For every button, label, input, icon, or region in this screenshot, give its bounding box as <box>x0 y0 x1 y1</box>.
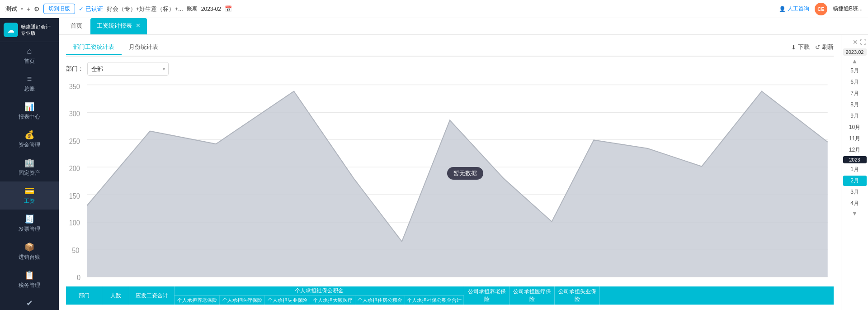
home-icon: ⌂ <box>27 47 32 56</box>
svg-text:300: 300 <box>69 110 80 118</box>
year-label[interactable]: 2023.02 <box>843 48 867 56</box>
sub-tab-monthly[interactable]: 月份统计表 <box>122 40 165 55</box>
sidebar-item-label: 税务管理 <box>19 281 40 289</box>
add-icon[interactable]: + <box>27 5 30 13</box>
sidebar-item-label: 发票管理 <box>19 225 40 233</box>
year-2023-label: 2023 <box>843 156 867 163</box>
month-11[interactable]: 11月 <box>843 134 867 144</box>
main-panel: 部门工资统计表 月份统计表 ⬇ 下载 ↺ 刷新 <box>59 35 841 310</box>
tab-home[interactable]: 首页 <box>64 18 89 34</box>
close-panel-icon[interactable]: ✕ <box>853 38 858 46</box>
chevron-down-icon[interactable]: ▾ <box>21 6 23 11</box>
month-8[interactable]: 8月 <box>843 100 867 110</box>
month-7[interactable]: 7月 <box>843 88 867 99</box>
download-button[interactable]: ⬇ 下载 <box>791 43 810 51</box>
sidebar-item-ledger[interactable]: ≡ 总账 <box>0 70 59 97</box>
ai-consult-label: 人工咨询 <box>788 5 809 13</box>
svg-text:100: 100 <box>69 219 80 227</box>
chart-area: 0 50 100 150 200 250 300 350 <box>66 81 834 286</box>
main-layout: ☁ 畅康通好会计 专业版 ⌂ 首页 ≡ 总账 📊 报表中心 💰 资金管理 🏢 固… <box>0 18 868 310</box>
dept-label: 部门： <box>66 65 84 73</box>
month-4[interactable]: 4月 <box>843 198 867 209</box>
user-name: 畅捷通B班... <box>833 5 863 13</box>
sidebar-item-assets[interactable]: 🏢 固定资产 <box>0 153 59 181</box>
sidebar-item-label: 总账 <box>24 85 35 93</box>
reports-icon: 📊 <box>24 102 34 112</box>
col-personal-total: 个人承担社保公积金合计 <box>405 296 464 305</box>
month-1[interactable]: 1月 <box>843 164 867 175</box>
download-label: 下载 <box>798 43 810 51</box>
col-personal-large-medical: 个人承担大额医疗 <box>310 296 355 305</box>
sidebar-item-checkout[interactable]: ✔ 结账 <box>0 294 59 310</box>
invoices-icon: 🧾 <box>24 214 34 224</box>
col-group-personal-label: 个人承担社保公积金 <box>175 286 464 296</box>
month-2[interactable]: 2月 <box>843 176 867 186</box>
svg-text:50: 50 <box>72 247 79 255</box>
col-personal-housing-fund: 个人承担住房公积金 <box>355 296 405 305</box>
sidebar-item-label: 进销台账 <box>19 253 40 261</box>
sidebar-item-funds[interactable]: 💰 资金管理 <box>0 125 59 153</box>
month-5[interactable]: 5月 <box>843 66 867 76</box>
table-footer: 部门 人数 应发工资合计 个人承担社保公积金 个人承担养老保险 个人承担医疗保险… <box>66 286 834 305</box>
month-6[interactable]: 6月 <box>843 77 867 87</box>
tags: 好会（专）+好生意（标）+... <box>107 5 183 13</box>
sidebar-item-label: 首页 <box>24 57 35 65</box>
col-personal-pension: 个人承担养老保险 <box>175 296 220 305</box>
tab-close-icon[interactable]: ✕ <box>136 22 141 29</box>
right-panel: ✕ ⛶ 2023.02 ▲ 5月 6月 7月 8月 9月 10月 11月 12月… <box>841 35 868 310</box>
col-group-personal: 个人承担社保公积金 个人承担养老保险 个人承担医疗保险 个人承担失业保险 个人承… <box>175 286 464 305</box>
sub-tab-dept[interactable]: 部门工资统计表 <box>66 40 122 55</box>
tab-salary-report[interactable]: 工资统计报表 ✕ <box>90 18 147 34</box>
assets-icon: 🏢 <box>24 158 34 168</box>
header-right: 👤 人工咨询 CE 畅捷通B班... <box>779 3 863 15</box>
ledger-icon: ≡ <box>27 74 32 84</box>
nav-down-arrow[interactable]: ▼ <box>843 210 867 217</box>
refresh-label: 刷新 <box>822 43 834 51</box>
col-personal-unemployment: 个人承担失业保险 <box>265 296 310 305</box>
logo-sub: 专业版 <box>21 30 51 36</box>
sidebar-item-salary[interactable]: 💳 工资 <box>0 181 59 210</box>
col-personal-medical: 个人承担医疗保险 <box>220 296 265 305</box>
dept-select[interactable]: 全部 <box>87 62 169 76</box>
settings-icon[interactable]: ⚙ <box>34 5 40 13</box>
logo-text-block: 畅康通好会计 专业版 <box>21 24 51 37</box>
nav-up-arrow[interactable]: ▲ <box>843 57 867 65</box>
svg-text:0: 0 <box>77 273 80 281</box>
header-left: 测试 ▾ + ⚙ 切到旧版 ✓ 已认证 好会（专）+好生意（标）+... 账期 … <box>5 4 775 14</box>
month-9[interactable]: 9月 <box>843 111 867 121</box>
ai-consult-button[interactable]: 👤 人工咨询 <box>779 5 809 13</box>
sidebar-item-home[interactable]: ⌂ 首页 <box>0 42 59 70</box>
right-panel-controls: ✕ ⛶ <box>841 38 868 46</box>
refresh-button[interactable]: ↺ 刷新 <box>815 43 834 51</box>
toolbar-right: ⬇ 下载 ↺ 刷新 <box>791 43 834 51</box>
expand-panel-icon[interactable]: ⛶ <box>860 38 866 46</box>
avatar[interactable]: CE <box>815 3 827 15</box>
switch-button[interactable]: 切到旧版 <box>43 4 75 14</box>
month-12[interactable]: 12月 <box>843 145 867 155</box>
sidebar-item-invoices[interactable]: 🧾 发票管理 <box>0 210 59 238</box>
month-3[interactable]: 3月 <box>843 187 867 197</box>
toolbar-left: 部门： 全部 ▾ <box>66 62 169 76</box>
chart-polygon <box>87 91 827 277</box>
calendar-icon[interactable]: 📅 <box>225 5 232 12</box>
period-label: 账期 <box>187 5 198 13</box>
test-label: 测试 <box>5 5 17 13</box>
sidebar-item-label: 报表中心 <box>19 113 40 121</box>
sidebar-logo: ☁ 畅康通好会计 专业版 <box>0 18 59 42</box>
tax-icon: 📋 <box>24 270 34 280</box>
sidebar-item-tax[interactable]: 📋 税务管理 <box>0 266 59 294</box>
checkout-icon: ✔ <box>26 298 33 308</box>
svg-text:350: 350 <box>69 83 80 91</box>
sub-tabs: 部门工资统计表 月份统计表 <box>66 40 165 54</box>
sidebar-item-reports[interactable]: 📊 报表中心 <box>0 97 59 125</box>
sales-icon: 📦 <box>24 242 34 252</box>
svg-text:250: 250 <box>69 138 80 146</box>
month-10[interactable]: 10月 <box>843 122 867 133</box>
logo-name: 畅康通好会计 <box>21 24 51 30</box>
sidebar-item-label: 工资 <box>24 197 35 205</box>
dept-select-wrapper[interactable]: 全部 ▾ <box>87 62 169 76</box>
download-icon: ⬇ <box>791 44 796 51</box>
sidebar-item-sales[interactable]: 📦 进销台账 <box>0 238 59 266</box>
col-dept: 部门 <box>66 286 102 305</box>
tab-bar: 首页 工资统计报表 ✕ <box>59 18 868 35</box>
